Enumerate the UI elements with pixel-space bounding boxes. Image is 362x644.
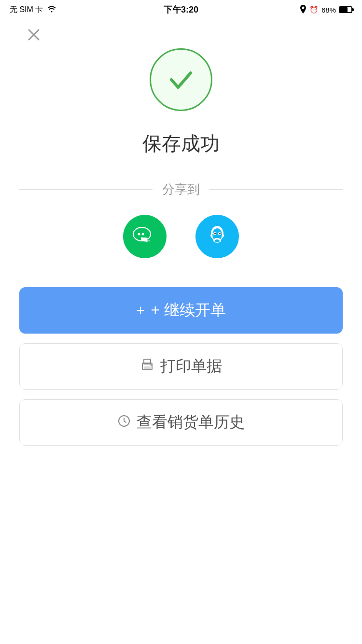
status-left: 无 SIM 卡: [10, 5, 56, 15]
battery-indicator: [339, 6, 352, 13]
no-sim-text: 无 SIM 卡: [10, 5, 43, 15]
checkmark-icon: [167, 65, 195, 94]
status-time: 下午3:20: [164, 4, 198, 15]
svg-point-18: [151, 364, 152, 365]
main-content: 保存成功 分享到: [0, 19, 362, 446]
continue-order-button[interactable]: + + 继续开单: [19, 287, 343, 334]
continue-button-label: + 继续开单: [151, 300, 226, 321]
plus-icon: +: [136, 302, 145, 320]
alarm-icon: ⏰: [309, 5, 319, 14]
qq-share-button[interactable]: [195, 215, 239, 258]
divider-line-left: [19, 189, 153, 190]
print-icon: [140, 358, 154, 376]
action-buttons: + + 继续开单 打印单据 查看销货单历: [0, 287, 362, 446]
close-button[interactable]: [24, 25, 43, 44]
svg-point-6: [150, 239, 152, 241]
status-right: ⏰ 68%: [300, 5, 352, 15]
success-icon-circle: [150, 48, 212, 111]
share-divider: 分享到: [0, 181, 362, 198]
history-button[interactable]: 查看销货单历史: [19, 399, 343, 446]
share-icons-row: [0, 215, 362, 258]
history-button-label: 查看销货单历史: [137, 412, 245, 433]
svg-point-11: [214, 233, 216, 235]
svg-point-12: [219, 233, 221, 235]
svg-point-3: [138, 233, 140, 236]
svg-point-5: [147, 239, 149, 241]
success-title: 保存成功: [142, 130, 220, 157]
svg-rect-17: [144, 366, 151, 369]
location-icon: [300, 5, 306, 15]
share-label: 分享到: [153, 181, 209, 198]
svg-point-4: [142, 233, 144, 236]
print-button-label: 打印单据: [160, 356, 222, 377]
battery-percent: 68%: [321, 6, 336, 14]
print-button[interactable]: 打印单据: [19, 343, 343, 390]
history-icon: [117, 414, 131, 432]
status-bar: 无 SIM 卡 下午3:20 ⏰ 68%: [0, 0, 362, 19]
wechat-share-button[interactable]: [123, 215, 167, 258]
svg-point-14: [215, 239, 220, 242]
share-section: 分享到: [0, 181, 362, 258]
wifi-icon: [47, 5, 56, 14]
divider-line-right: [209, 189, 343, 190]
